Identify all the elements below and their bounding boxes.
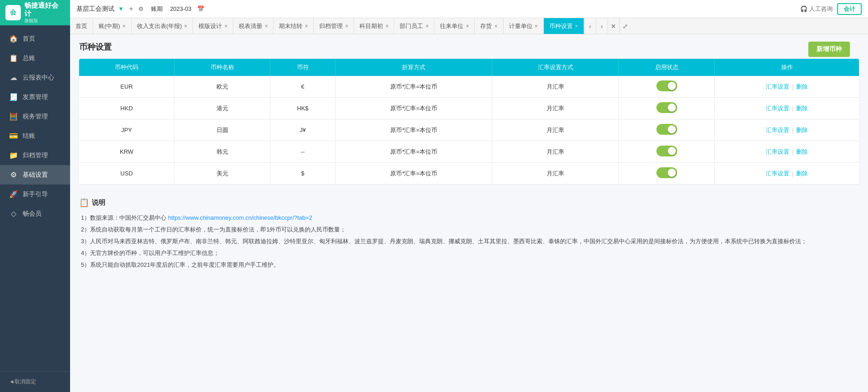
- enabled-toggle-0[interactable]: [656, 80, 677, 91]
- rate-settings-link-4[interactable]: 汇率设置: [766, 170, 789, 177]
- cell-actions-4: 汇率设置|删除: [715, 163, 859, 184]
- delete-link-1[interactable]: 删除: [796, 105, 808, 112]
- tab-close-icon[interactable]: ×: [305, 23, 308, 29]
- tab-close-all[interactable]: ✕: [608, 18, 619, 34]
- tab-部门员工[interactable]: 部门员工×: [394, 18, 434, 34]
- nav-icon-invoice: 🧾: [9, 93, 18, 101]
- cell-汇率设置方式-0: 月汇率: [492, 76, 619, 98]
- tab-往来单位[interactable]: 往来单位×: [434, 18, 475, 34]
- add-tab-button[interactable]: ＋: [127, 4, 135, 14]
- action-sep-1: |: [792, 105, 793, 112]
- tab-nav-right[interactable]: ›: [596, 18, 608, 34]
- sidebar-item-cloud-report[interactable]: ☁云报表中心: [0, 68, 70, 87]
- tab-close-icon[interactable]: ×: [385, 23, 388, 29]
- toggle-knob-0: [668, 82, 676, 90]
- sidebar-pin-toggle[interactable]: ◄取消固定: [0, 371, 70, 392]
- title-row: 币种设置 新增币种: [79, 42, 859, 52]
- delete-link-0[interactable]: 删除: [796, 83, 808, 90]
- period-value: 2023-03: [170, 5, 192, 12]
- tab-close-icon[interactable]: ×: [575, 23, 578, 29]
- tab-币种设置[interactable]: 币种设置×: [544, 18, 584, 34]
- cell-币种代码-1: HKD: [79, 98, 175, 119]
- table-row: JPY日圆J¥原币*汇率=本位币月汇率汇率设置|删除: [79, 119, 859, 141]
- help-button[interactable]: 🎧 人工咨询: [800, 5, 833, 13]
- tab-expand[interactable]: ⤢: [619, 18, 631, 34]
- tab-close-icon[interactable]: ×: [535, 23, 538, 29]
- rate-settings-link-2[interactable]: 汇率设置: [766, 127, 789, 133]
- tab-收入支出表(年报)[interactable]: 收入支出表(年报)×: [132, 18, 193, 34]
- delete-link-3[interactable]: 删除: [796, 148, 808, 155]
- tab-nav-left[interactable]: ‹: [584, 18, 596, 34]
- toggle-knob-2: [668, 125, 676, 133]
- company-dropdown-icon[interactable]: ▼: [118, 5, 124, 12]
- help-label: 人工咨询: [809, 5, 833, 13]
- account-button[interactable]: 会计: [837, 3, 862, 15]
- settings-icon[interactable]: ⚙: [138, 5, 144, 12]
- tab-close-icon[interactable]: ×: [123, 23, 126, 29]
- sidebar-item-settings[interactable]: ⚙基础设置: [0, 165, 70, 184]
- enabled-toggle-4[interactable]: [656, 167, 677, 178]
- table-row: HKD港元HK$原币*汇率=本位币月汇率汇率设置|删除: [79, 98, 859, 119]
- tab-close-icon[interactable]: ×: [224, 23, 227, 29]
- currency-table: 币种代码币种名称币符折算方式汇率设置方式启用状态操作 EUR欧元€原币*汇率=本…: [79, 59, 859, 184]
- rate-settings-link-1[interactable]: 汇率设置: [766, 105, 789, 112]
- logo-title: 畅捷通好会计: [24, 1, 65, 18]
- tab-首页[interactable]: 首页: [70, 18, 93, 34]
- enabled-toggle-1[interactable]: [656, 102, 677, 113]
- enabled-toggle-2[interactable]: [656, 124, 677, 135]
- tab-计量单位[interactable]: 计量单位×: [504, 18, 544, 34]
- nav-icon-home: 🏠: [9, 34, 18, 43]
- cell-币种名称-4: 美元: [175, 163, 270, 184]
- tab-label: 账(中期): [99, 22, 120, 30]
- tab-close-icon[interactable]: ×: [425, 23, 429, 29]
- notes-item-1: 2）系统自动获取每月第一个工作日的汇率标价，统一为直接标价法，即1外币可以兑换的…: [81, 224, 859, 236]
- sidebar: 会 畅捷通好会计 旗舰版 🏠首页📋总账☁云报表中心🧾发票管理🧮税务管理💳结账📁归…: [0, 0, 70, 392]
- cell-币种名称-1: 港元: [175, 98, 270, 119]
- tab-close-icon[interactable]: ×: [184, 23, 187, 29]
- cell-汇率设置方式-2: 月汇率: [492, 119, 619, 141]
- cell-toggle-3: [619, 141, 715, 163]
- tab-账(中期)[interactable]: 账(中期)×: [93, 18, 132, 34]
- sidebar-item-home[interactable]: 🏠首页: [0, 29, 70, 48]
- tab-模版设计[interactable]: 模版设计×: [193, 18, 233, 34]
- cell-toggle-1: [619, 98, 715, 119]
- delete-link-2[interactable]: 删除: [796, 127, 808, 133]
- period-label: 账期: [151, 5, 163, 13]
- col-币种代码: 币种代码: [79, 59, 175, 76]
- tab-期末结转[interactable]: 期末结转×: [274, 18, 314, 34]
- rate-settings-link-0[interactable]: 汇率设置: [766, 83, 789, 90]
- notes-link[interactable]: https://www.chinamoney.com.cn/chinese/bk…: [168, 214, 312, 221]
- tab-税表清册[interactable]: 税表清册×: [233, 18, 274, 34]
- delete-link-4[interactable]: 删除: [796, 170, 808, 177]
- enabled-toggle-3[interactable]: [656, 146, 677, 156]
- sidebar-item-checkout[interactable]: 💳结账: [0, 126, 70, 146]
- cell-币种名称-3: 韩元: [175, 141, 270, 163]
- sidebar-item-archive[interactable]: 📁归档管理: [0, 146, 70, 165]
- notes-item-0: 1）数据来源：中国外汇交易中心 https://www.chinamoney.c…: [81, 212, 859, 224]
- tab-存货[interactable]: 存货×: [475, 18, 503, 34]
- table-row: USD美元$原币*汇率=本位币月汇率汇率设置|删除: [79, 163, 859, 184]
- tab-close-icon[interactable]: ×: [264, 23, 268, 29]
- nav-icon-archive: 📁: [9, 151, 18, 160]
- cell-折算方式-2: 原币*汇率=本位币: [335, 119, 492, 141]
- tab-科目期初[interactable]: 科目期初×: [354, 18, 394, 34]
- tab-归档管理[interactable]: 归档管理×: [314, 18, 354, 34]
- tab-label: 币种设置: [549, 22, 573, 30]
- sidebar-item-ledger[interactable]: 📋总账: [0, 48, 70, 68]
- cell-币种代码-4: USD: [79, 163, 175, 184]
- tab-close-icon[interactable]: ×: [494, 23, 497, 29]
- cell-币符-1: HK$: [270, 98, 335, 119]
- logo-icon: 会: [5, 5, 21, 20]
- sidebar-item-guide[interactable]: 🚀新手引导: [0, 184, 70, 204]
- tab-close-icon[interactable]: ×: [466, 23, 469, 29]
- new-currency-button[interactable]: 新增币种: [808, 42, 850, 57]
- sidebar-item-invoice[interactable]: 🧾发票管理: [0, 87, 70, 107]
- rate-settings-link-3[interactable]: 汇率设置: [766, 148, 789, 155]
- main-area: 基层工会测试 ▼ ＋ ⚙ 账期 2023-03 📅 🎧 人工咨询 会计 首页账(…: [70, 0, 868, 392]
- tab-label: 模版设计: [198, 22, 222, 30]
- calendar-icon[interactable]: 📅: [197, 5, 204, 12]
- tab-close-icon[interactable]: ×: [345, 23, 348, 29]
- sidebar-item-member[interactable]: ◇畅会员: [0, 204, 70, 223]
- sidebar-item-tax[interactable]: 🧮税务管理: [0, 107, 70, 126]
- tab-label: 首页: [75, 22, 87, 30]
